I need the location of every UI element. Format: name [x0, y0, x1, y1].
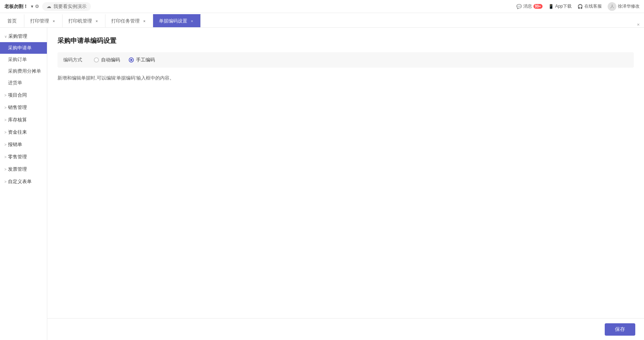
online-service-button[interactable]: 🎧 在线客服 — [577, 3, 602, 9]
chevron-icon: > — [4, 93, 7, 97]
sidebar-group-purchase: ∨ 采购管理 采购申请单 采购订单 采购费用分摊单 进货单 — [0, 31, 47, 89]
sidebar-group-retail-label: 零售管理 — [8, 154, 27, 160]
sidebar-group-custom-form-label: 自定义表单 — [8, 178, 32, 185]
chevron-icon: > — [4, 130, 7, 134]
auto-code-label: 自动编码 — [101, 57, 120, 63]
sidebar-group-invoice-header[interactable]: > 发票管理 — [0, 163, 47, 175]
tab-coding-settings[interactable]: 单据编码设置 × — [153, 14, 201, 27]
headset-icon: 🎧 — [577, 4, 583, 9]
tab-home-label: 首页 — [7, 18, 17, 24]
chevron-icon: > — [4, 118, 7, 122]
sidebar-group-project: > 项目合同 — [0, 89, 47, 101]
coding-mode-label: 编码方式 — [63, 57, 85, 63]
tab-home[interactable]: 首页 — [0, 14, 24, 27]
sidebar-group-capital-label: 资金往来 — [8, 129, 27, 135]
sidebar-group-purchase-label: 采购管理 — [8, 33, 27, 40]
content-area: 采购申请单编码设置 编码方式 自动编码 手工编码 新增和编辑单据时,可以编辑'单… — [47, 28, 644, 340]
top-bar-right: 💬 消息 99+ 📱 App下载 🎧 在线客服 人 徐泽华修改 — [516, 2, 640, 11]
search-bar[interactable]: ☁ 我要看实例演示 — [42, 2, 91, 11]
chevron-icon: > — [4, 180, 7, 184]
sidebar-item-purchase-request-label: 采购申请单 — [8, 45, 32, 50]
sidebar-group-sales-label: 销售管理 — [8, 104, 27, 111]
sidebar-item-purchase-receipt-label: 进货单 — [8, 80, 22, 85]
tab-coding-settings-close[interactable]: × — [189, 19, 195, 24]
manual-code-option[interactable]: 手工编码 — [129, 57, 155, 63]
sidebar-group-sales: > 销售管理 — [0, 102, 47, 113]
sidebar-group-expense-report-header[interactable]: > 报销单 — [0, 139, 47, 150]
tab-printer-management[interactable]: 打印机管理 × — [63, 14, 105, 27]
sidebar-group-retail-header[interactable]: > 零售管理 — [0, 151, 47, 163]
sidebar-group-sales-header[interactable]: > 销售管理 — [0, 102, 47, 113]
message-label: 消息 — [523, 3, 532, 9]
sidebar-group-custom-form: > 自定义表单 — [0, 176, 47, 187]
tab-printer-management-close[interactable]: × — [94, 19, 99, 24]
content-footer: 保存 — [47, 318, 644, 340]
chevron-icon: > — [4, 143, 7, 147]
save-button[interactable]: 保存 — [605, 323, 635, 336]
settings-icon: ⚙ — [35, 4, 39, 9]
user-name: 徐泽华修改 — [618, 3, 640, 9]
sidebar-item-purchase-request[interactable]: 采购申请单 — [0, 42, 47, 54]
sidebar-group-project-header[interactable]: > 项目合同 — [0, 89, 47, 101]
tab-bar: 首页 打印管理 × 打印机管理 × 打印任务管理 × 单据编码设置 × × — [0, 13, 644, 28]
user-avatar-area[interactable]: 人 徐泽华修改 — [608, 2, 640, 11]
sidebar-group-retail: > 零售管理 — [0, 151, 47, 163]
chevron-icon: > — [4, 155, 7, 159]
search-text: 我要看实例演示 — [53, 3, 87, 10]
auto-code-radio[interactable] — [94, 57, 99, 62]
sidebar-group-invoice: > 发票管理 — [0, 163, 47, 175]
tab-print-task-close[interactable]: × — [142, 19, 147, 24]
chevron-icon: ∨ — [4, 35, 7, 39]
message-icon: 💬 — [516, 4, 522, 9]
sidebar-group-expense-report-label: 报销单 — [8, 141, 22, 148]
tab-print-management-label: 打印管理 — [30, 18, 49, 24]
sidebar-group-capital-header[interactable]: > 资金往来 — [0, 126, 47, 138]
page-title: 采购申请单编码设置 — [57, 36, 634, 45]
download-icon: 📱 — [548, 4, 554, 9]
chevron-icon: > — [4, 106, 7, 110]
brand-dropdown[interactable]: ▾ ⚙ — [31, 4, 39, 9]
sidebar-item-purchase-expense-label: 采购费用分摊单 — [8, 68, 41, 74]
main-layout: ∨ 采购管理 采购申请单 采购订单 采购费用分摊单 进货单 > 项目合同 — [0, 28, 644, 340]
sidebar-group-capital: > 资金往来 — [0, 126, 47, 138]
tab-coding-settings-label: 单据编码设置 — [159, 18, 187, 24]
coding-mode-row: 编码方式 自动编码 手工编码 — [57, 52, 634, 68]
sidebar-group-invoice-label: 发票管理 — [8, 166, 27, 173]
tab-print-task[interactable]: 打印任务管理 × — [105, 14, 153, 27]
tab-print-management-close[interactable]: × — [51, 19, 56, 24]
auto-code-option[interactable]: 自动编码 — [94, 57, 120, 63]
sidebar: ∨ 采购管理 采购申请单 采购订单 采购费用分摊单 进货单 > 项目合同 — [0, 28, 47, 340]
global-close-button[interactable]: × — [637, 22, 644, 27]
sidebar-item-purchase-receipt[interactable]: 进货单 — [0, 77, 47, 89]
tab-print-management[interactable]: 打印管理 × — [24, 14, 63, 27]
service-label: 在线客服 — [584, 3, 602, 9]
sidebar-group-custom-form-header[interactable]: > 自定义表单 — [0, 176, 47, 187]
tab-printer-management-label: 打印机管理 — [68, 18, 92, 24]
sidebar-group-project-label: 项目合同 — [8, 92, 27, 98]
sidebar-group-inventory-header[interactable]: > 库存核算 — [0, 114, 47, 126]
brand-text: 老板勿割！ — [4, 3, 28, 10]
sidebar-group-inventory-label: 库存核算 — [8, 117, 27, 123]
info-text: 新增和编辑单据时,可以编辑'单据编码'输入框中的内容。 — [57, 75, 634, 81]
content-main: 采购申请单编码设置 编码方式 自动编码 手工编码 新增和编辑单据时,可以编辑'单… — [47, 28, 644, 318]
app-download-label: App下载 — [555, 3, 572, 9]
top-bar: 老板勿割！ ▾ ⚙ ☁ 我要看实例演示 💬 消息 99+ 📱 App下载 🎧 在… — [0, 0, 644, 13]
sidebar-item-purchase-order-label: 采购订单 — [8, 57, 27, 62]
avatar: 人 — [608, 2, 616, 11]
sidebar-group-expense-report: > 报销单 — [0, 139, 47, 150]
sidebar-group-purchase-header[interactable]: ∨ 采购管理 — [0, 31, 47, 42]
cloud-icon: ☁ — [47, 4, 51, 9]
message-button[interactable]: 💬 消息 99+ — [516, 3, 543, 9]
manual-code-radio[interactable] — [129, 57, 134, 62]
sidebar-item-purchase-expense[interactable]: 采购费用分摊单 — [0, 65, 47, 77]
manual-code-label: 手工编码 — [136, 57, 155, 63]
top-bar-left: 老板勿割！ ▾ ⚙ ☁ 我要看实例演示 — [4, 2, 91, 11]
sidebar-item-purchase-order[interactable]: 采购订单 — [0, 54, 47, 65]
sidebar-group-inventory: > 库存核算 — [0, 114, 47, 126]
chevron-icon: > — [4, 167, 7, 171]
tab-print-task-label: 打印任务管理 — [111, 18, 140, 24]
chevron-down-icon: ▾ — [31, 4, 33, 9]
message-badge: 99+ — [533, 4, 543, 9]
app-download-button[interactable]: 📱 App下载 — [548, 3, 572, 9]
